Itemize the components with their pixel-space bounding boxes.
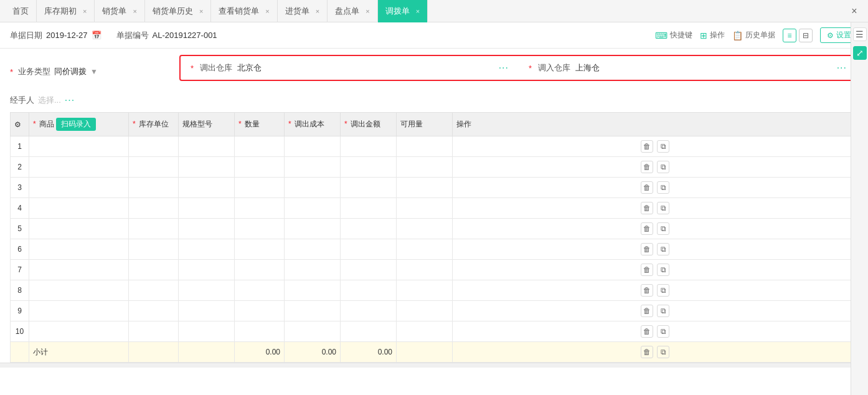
cell-amount[interactable]: [341, 178, 397, 198]
cell-product[interactable]: 小计: [29, 342, 129, 363]
close-tab-stocktake[interactable]: ×: [366, 7, 369, 15]
copy-row-button[interactable]: ⧉: [657, 264, 669, 276]
copy-row-button[interactable]: ⧉: [657, 140, 669, 153]
cell-spec[interactable]: [179, 198, 235, 219]
cell-cost[interactable]: [285, 239, 341, 260]
cell-cost[interactable]: 0.00: [285, 342, 341, 363]
cell-available[interactable]: [397, 260, 453, 280]
cell-unit[interactable]: [129, 178, 179, 198]
cell-available[interactable]: [397, 301, 453, 321]
cell-amount[interactable]: [341, 157, 397, 178]
window-close-button[interactable]: ×: [846, 2, 863, 20]
person-placeholder[interactable]: 选择...: [38, 95, 61, 106]
cell-cost[interactable]: [285, 260, 341, 280]
tab-purchase-order[interactable]: 进货单 ×: [278, 0, 328, 22]
th-settings[interactable]: ⚙: [11, 113, 29, 136]
delete-row-button[interactable]: 🗑: [641, 181, 653, 194]
close-tab-sales-order-history[interactable]: ×: [199, 7, 203, 15]
cell-product[interactable]: [29, 280, 129, 301]
tab-transfer-order[interactable]: 调拨单 ×: [378, 0, 428, 22]
cell-spec[interactable]: [179, 321, 235, 342]
cell-product[interactable]: [29, 136, 129, 157]
delete-row-button[interactable]: 🗑: [641, 202, 653, 214]
right-expand-icon[interactable]: ⤢: [853, 46, 867, 60]
history-button[interactable]: 📋 历史单据: [732, 30, 775, 40]
cell-qty[interactable]: [235, 280, 285, 301]
delete-row-button[interactable]: 🗑: [641, 161, 653, 173]
cell-product[interactable]: [29, 260, 129, 280]
cell-product[interactable]: [29, 198, 129, 219]
copy-row-button[interactable]: ⧉: [657, 284, 669, 297]
tab-inventory-open[interactable]: 库存期初 ×: [37, 0, 95, 22]
copy-row-button[interactable]: ⧉: [657, 222, 669, 235]
cell-spec[interactable]: [179, 157, 235, 178]
delete-row-button[interactable]: 🗑: [641, 140, 653, 153]
cell-cost[interactable]: [285, 321, 341, 342]
cell-unit[interactable]: [129, 157, 179, 178]
cell-available[interactable]: [397, 136, 453, 157]
cell-cost[interactable]: [285, 136, 341, 157]
cell-qty[interactable]: 0.00: [235, 342, 285, 363]
cell-spec[interactable]: [179, 178, 235, 198]
cell-amount[interactable]: 0.00: [341, 342, 397, 363]
copy-row-button[interactable]: ⧉: [657, 305, 669, 317]
cell-cost[interactable]: [285, 178, 341, 198]
cell-qty[interactable]: [235, 178, 285, 198]
tab-sales-order[interactable]: 销货单 ×: [95, 0, 144, 22]
cell-unit[interactable]: [129, 280, 179, 301]
close-tab-sales-order[interactable]: ×: [133, 7, 136, 15]
cell-unit[interactable]: [129, 260, 179, 280]
cell-qty[interactable]: [235, 301, 285, 321]
person-more-icon[interactable]: ···: [65, 95, 75, 106]
cell-available[interactable]: [397, 280, 453, 301]
cell-spec[interactable]: [179, 219, 235, 239]
delete-row-button[interactable]: 🗑: [641, 325, 653, 338]
cell-amount[interactable]: [341, 301, 397, 321]
cell-cost[interactable]: [285, 219, 341, 239]
scan-input-button[interactable]: 扫码录入: [56, 118, 96, 131]
copy-row-button[interactable]: ⧉: [657, 202, 669, 214]
cell-spec[interactable]: [179, 342, 235, 363]
cell-available[interactable]: [397, 342, 453, 363]
delete-row-button[interactable]: 🗑: [641, 243, 653, 255]
cell-available[interactable]: [397, 321, 453, 342]
cell-product[interactable]: [29, 321, 129, 342]
copy-row-button[interactable]: ⧉: [657, 243, 669, 255]
business-type-select[interactable]: 同价调拨 ▼: [54, 66, 98, 77]
delete-row-button[interactable]: 🗑: [641, 264, 653, 276]
cell-cost[interactable]: [285, 198, 341, 219]
cell-available[interactable]: [397, 178, 453, 198]
copy-row-button[interactable]: ⧉: [657, 346, 669, 358]
cell-product[interactable]: [29, 178, 129, 198]
cell-available[interactable]: [397, 239, 453, 260]
cell-available[interactable]: [397, 219, 453, 239]
tab-sales-order-history[interactable]: 销货单历史 ×: [145, 0, 211, 22]
cell-qty[interactable]: [235, 198, 285, 219]
cell-product[interactable]: [29, 157, 129, 178]
right-list-icon[interactable]: ☰: [853, 27, 867, 41]
warehouse-out-more-icon[interactable]: ···: [499, 62, 509, 74]
cell-product[interactable]: [29, 219, 129, 239]
layout-single-icon[interactable]: ≡: [783, 29, 796, 42]
cell-unit[interactable]: [129, 198, 179, 219]
cell-product[interactable]: [29, 301, 129, 321]
cell-available[interactable]: [397, 157, 453, 178]
cell-qty[interactable]: [235, 239, 285, 260]
delete-row-button[interactable]: 🗑: [641, 346, 653, 358]
tab-home[interactable]: 首页: [5, 0, 37, 22]
warehouse-in-more-icon[interactable]: ···: [837, 62, 847, 74]
cell-unit[interactable]: [129, 219, 179, 239]
shortcut-button[interactable]: ⌨ 快捷键: [655, 30, 692, 40]
cell-unit[interactable]: [129, 321, 179, 342]
cell-spec[interactable]: [179, 239, 235, 260]
cell-spec[interactable]: [179, 280, 235, 301]
cell-amount[interactable]: [341, 260, 397, 280]
cell-unit[interactable]: [129, 342, 179, 363]
horizontal-scrollbar[interactable]: [0, 363, 868, 368]
cell-amount[interactable]: [341, 239, 397, 260]
tab-view-sales-order[interactable]: 查看销货单 ×: [211, 0, 277, 22]
cell-cost[interactable]: [285, 157, 341, 178]
delete-row-button[interactable]: 🗑: [641, 284, 653, 297]
copy-row-button[interactable]: ⧉: [657, 181, 669, 194]
cell-qty[interactable]: [235, 321, 285, 342]
